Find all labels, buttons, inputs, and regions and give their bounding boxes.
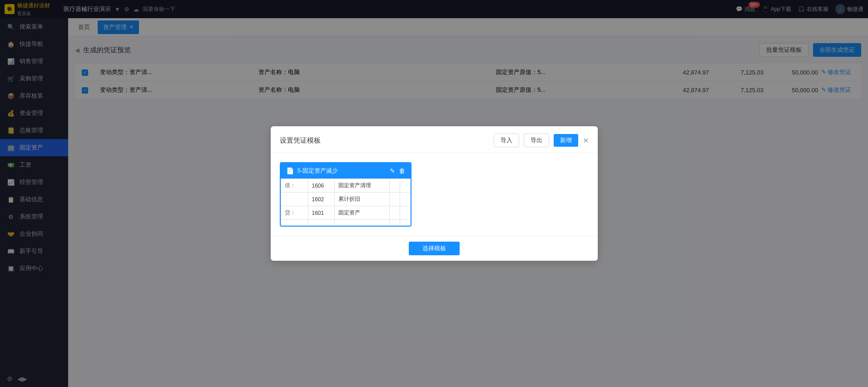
template-row-debit1: 借： 1606 固定资产清理 <box>281 179 410 193</box>
select-template-button[interactable]: 选择模板 <box>409 242 460 255</box>
template-card-actions: ✎ 🗑 <box>390 167 405 174</box>
amount-col3 <box>389 193 400 206</box>
amount-col6 <box>400 206 410 220</box>
empty-cell5 <box>400 220 410 226</box>
modal-body: 📄 5-固定资产减少 ✎ 🗑 借： 1606 固 <box>271 153 598 236</box>
credit-label: 贷： <box>281 206 308 220</box>
new-button[interactable]: 新增 <box>554 134 578 147</box>
account-code-1602: 1602 <box>308 193 335 206</box>
template-card: 📄 5-固定资产减少 ✎ 🗑 借： 1606 固 <box>280 162 412 227</box>
empty-cell4 <box>389 220 400 226</box>
modal-overlay[interactable]: 设置凭证模板 导入 导出 新增 ✕ 📄 5-固定资产减少 ✎ 🗑 <box>0 0 868 387</box>
account-code-1601: 1601 <box>308 206 335 220</box>
amount-col4 <box>400 193 410 206</box>
debit-label-empty <box>281 193 308 206</box>
debit-label: 借： <box>281 179 308 193</box>
empty-cell3 <box>335 220 389 226</box>
template-row-empty <box>281 220 410 226</box>
amount-col5 <box>389 206 400 220</box>
empty-cell2 <box>308 220 335 226</box>
template-card-body: 借： 1606 固定资产清理 1602 累计折旧 <box>281 179 411 226</box>
import-button[interactable]: 导入 <box>494 134 519 147</box>
account-name-1606: 固定资产清理 <box>335 179 389 193</box>
modal-footer: 选择模板 <box>271 236 598 261</box>
amount-col2 <box>400 179 410 193</box>
template-accounts-table: 借： 1606 固定资产清理 1602 累计折旧 <box>281 179 411 226</box>
set-template-modal: 设置凭证模板 导入 导出 新增 ✕ 📄 5-固定资产减少 ✎ 🗑 <box>271 126 598 261</box>
empty-cell1 <box>281 220 308 226</box>
template-card-header: 📄 5-固定资产减少 ✎ 🗑 <box>281 163 411 179</box>
template-row-credit1: 贷： 1601 固定资产 <box>281 206 410 220</box>
template-number-name: 5-固定资产减少 <box>298 167 338 175</box>
template-doc-icon: 📄 <box>286 167 294 174</box>
modal-close-button[interactable]: ✕ <box>583 136 589 145</box>
template-delete-icon[interactable]: 🗑 <box>399 167 405 174</box>
template-edit-icon[interactable]: ✎ <box>390 167 395 174</box>
account-code-1606: 1606 <box>308 179 335 193</box>
amount-col1 <box>389 179 400 193</box>
template-row-debit2: 1602 累计折旧 <box>281 193 410 206</box>
modal-header: 设置凭证模板 导入 导出 新增 ✕ <box>271 126 598 153</box>
account-name-1602: 累计折旧 <box>335 193 389 206</box>
export-button[interactable]: 导出 <box>524 134 549 147</box>
template-card-title: 📄 5-固定资产减少 <box>286 167 338 175</box>
account-name-1601: 固定资产 <box>335 206 389 220</box>
modal-title: 设置凭证模板 <box>280 136 321 145</box>
